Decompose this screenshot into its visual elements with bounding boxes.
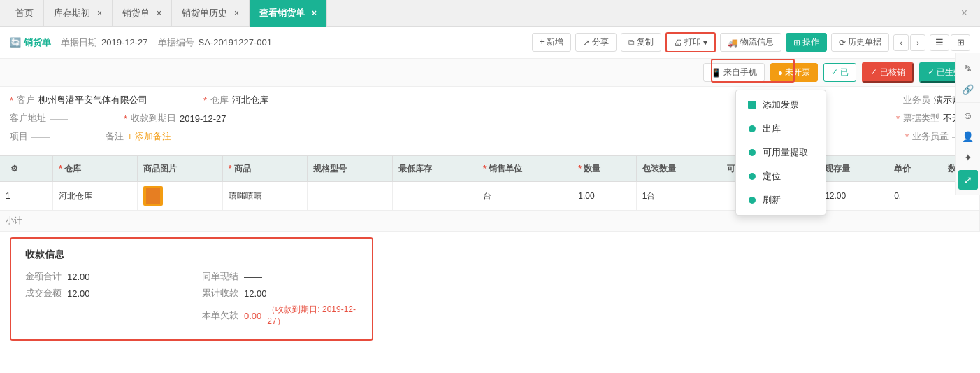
main-area: 🔄 销货单 单据日期 2019-12-27 单据编号 SA-20191227-0… [0, 27, 980, 373]
td-stock: 12.00 [819, 182, 888, 211]
window-close-button[interactable]: × [954, 7, 974, 20]
print-icon: 🖨 [674, 38, 682, 48]
customer-field: * 客户 柳州粤港平安气体有限公司 [10, 94, 147, 106]
warehouse-field: * 仓库 河北仓库 [203, 94, 268, 106]
truck-icon: 🚚 [728, 38, 738, 48]
from-phone-button[interactable]: 📱 来自手机 [703, 63, 765, 82]
td-unit: 台 [477, 182, 572, 211]
note-field: 备注 + 添加备注 [106, 130, 171, 143]
tab-sales-order[interactable]: 销货单 × [113, 0, 172, 27]
edit-right-icon[interactable]: ✎ [958, 59, 978, 78]
td-product: 嘻嗤嘻嘻 [222, 182, 307, 211]
td-img [138, 182, 222, 211]
payment-box: 收款信息 金额合计 12.00 成交金额 12.00 同单现结 —— 累计收款 [10, 237, 373, 341]
dropdown-menu: 添加发票 出库 可用量提取 定位 刷新 [735, 90, 826, 216]
th-product: * 商品 [222, 156, 307, 182]
product-image [143, 186, 163, 206]
subtotal-row: 小计 [0, 211, 980, 232]
td-no: 1 [0, 182, 53, 211]
confirm-button[interactable]: ✓ 已 [823, 63, 856, 82]
tab-view-sales[interactable]: 查看销货单 × [250, 0, 327, 27]
plus-icon: + [127, 131, 133, 141]
total-amount-row: 金额合计 12.00 [25, 268, 181, 285]
star-right-icon[interactable]: ✦ [958, 148, 978, 167]
th-unit: * 销售单位 [477, 156, 572, 182]
th-warehouse: * 仓库 [53, 156, 138, 182]
nav-arrows: ‹ › [893, 34, 925, 51]
tab-view-sales-close[interactable]: × [312, 8, 317, 18]
tab-sales-order-close[interactable]: × [157, 8, 161, 18]
td-qty: 1.00 [572, 182, 637, 211]
due-amount-row: 本单欠款 0.00 （收款到期日: 2019-12-27） [202, 302, 358, 330]
share-button[interactable]: ↗ 分享 [575, 33, 617, 52]
due-date-field: * 收款到期日 2019-12-27 [124, 112, 226, 125]
cumulative-row: 累计收款 12.00 [202, 285, 358, 302]
data-table: ⚙ * 仓库 商品图片 * 商品 规格型号 最低库存 * 销售单位 * 数量 包… [0, 156, 980, 232]
smile-right-icon[interactable]: ☺ [958, 106, 978, 125]
print-chevron: ▾ [703, 38, 707, 48]
doc-number: 单据编号 SA-20191227-001 [158, 36, 273, 49]
link-right-icon[interactable]: 🔗 [958, 80, 978, 99]
locate-icon [747, 171, 757, 181]
dropdown-available-extract[interactable]: 可用量提取 [736, 141, 826, 164]
copy-button[interactable]: ⧉ 复制 [621, 33, 661, 52]
dropdown-refresh[interactable]: 刷新 [736, 188, 826, 212]
dropdown-locate[interactable]: 定位 [736, 164, 826, 188]
th-price: 单价 [888, 156, 942, 182]
sold-out-button[interactable]: ✓ 已核销 [862, 62, 913, 83]
th-min-stock: 最低库存 [392, 156, 477, 182]
tab-home[interactable]: 首页 [6, 0, 44, 27]
td-min-stock [392, 182, 477, 211]
tab-inventory-init-close[interactable]: × [97, 8, 102, 18]
td-price: 0. [888, 182, 942, 211]
refresh-icon [747, 195, 757, 205]
operation-button[interactable]: ⊞ 操作 [786, 33, 827, 52]
th-spec: 规格型号 [308, 156, 392, 182]
not-open-ticket-button[interactable]: ● 未开票 [770, 63, 818, 82]
th-product-img: 商品图片 [138, 156, 222, 182]
second-toolbar: 📱 来自手机 ● 未开票 ✓ 已 ✓ 已核销 ✓ 已生效 [0, 59, 980, 87]
td-warehouse: 河北仓库 [53, 182, 138, 211]
transaction-amount-row: 成交金额 12.00 [25, 285, 181, 302]
phone-icon: 📱 [711, 68, 721, 78]
subtotal-label: 小计 [0, 211, 980, 232]
form-area: * 客户 柳州粤港平安气体有限公司 * 仓库 河北仓库 业务员 演示账号 客户地… [0, 87, 980, 155]
expand-right-icon[interactable]: ⤢ [958, 170, 978, 190]
payment-title: 收款信息 [25, 248, 358, 261]
dropdown-add-invoice[interactable]: 添加发票 [736, 93, 826, 117]
add-note-button[interactable]: + 添加备注 [127, 130, 171, 143]
copy-icon: ⧉ [628, 38, 635, 48]
th-qty: * 数量 [572, 156, 637, 182]
table-row: 1 河北仓库 嘻嗤嘻嘻 台 1.00 1台 12.00 0. [0, 182, 980, 211]
share-icon: ↗ [583, 38, 590, 48]
td-pkg-qty: 1台 [636, 182, 721, 211]
print-button[interactable]: 🖨 打印 ▾ [665, 32, 716, 52]
tab-sales-history[interactable]: 销货单历史 × [172, 0, 250, 27]
tab-inventory-init[interactable]: 库存期初 × [44, 0, 113, 27]
tab-sales-history-close[interactable]: × [234, 8, 239, 18]
next-button[interactable]: › [910, 34, 925, 51]
payment-grid: 金额合计 12.00 成交金额 12.00 同单现结 —— 累计收款 12.00 [25, 268, 358, 330]
user-right-icon[interactable]: 👤 [958, 127, 978, 146]
gear-icon[interactable]: ⚙ [6, 160, 22, 177]
right-icons-panel: ✎ 🔗 ☺ 👤 ✦ ⤢ [955, 53, 980, 195]
same-order-row: 同单现结 —— [202, 268, 358, 285]
td-spec [308, 182, 392, 211]
table-wrap: ⚙ * 仓库 商品图片 * 商品 规格型号 最低库存 * 销售单位 * 数量 包… [0, 155, 980, 232]
dropdown-outbound[interactable]: 出库 [736, 117, 826, 141]
prev-button[interactable]: ‹ [893, 34, 909, 51]
history-icon: ⟳ [839, 38, 846, 48]
new-button[interactable]: + 新增 [532, 33, 571, 52]
history-button[interactable]: ⟳ 历史单据 [831, 33, 889, 52]
ticket-icon: ● [778, 68, 783, 78]
doc-meta: 单据日期 2019-12-27 [61, 36, 148, 49]
grid-view-button[interactable]: ⊞ [951, 34, 970, 51]
doc-header: 🔄 销货单 单据日期 2019-12-27 单据编号 SA-20191227-0… [0, 27, 980, 59]
th-gear: ⚙ [0, 156, 53, 182]
project-field: 项目 —— [10, 130, 50, 143]
logistics-button[interactable]: 🚚 物流信息 [720, 33, 781, 52]
outbound-icon [747, 124, 757, 134]
extract-icon [747, 148, 757, 157]
list-view-button[interactable]: ☰ [930, 34, 949, 51]
tab-bar: 首页 库存期初 × 销货单 × 销货单历史 × 查看销货单 × × [0, 0, 980, 27]
